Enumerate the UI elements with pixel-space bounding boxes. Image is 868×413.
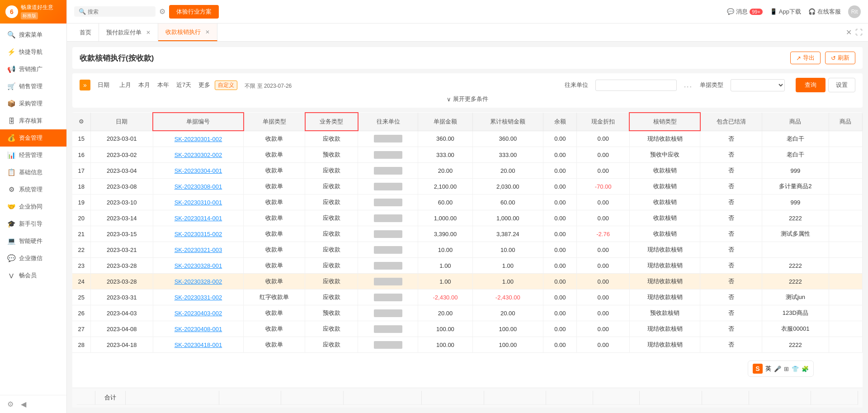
search-icon: 🔍 <box>7 31 15 39</box>
table-row: 21 2023-03-15 SK-20230315-002 收款单 应收款 ██… <box>72 226 863 242</box>
topbar-gear-icon[interactable]: ⚙ <box>159 7 165 16</box>
sidebar-item-finance[interactable]: 💰资金管理 <box>0 129 66 147</box>
col-counterpart-val: ██████ <box>358 179 418 195</box>
col-voucher-no-val[interactable]: SK-20230304-001 <box>153 163 243 179</box>
sidebar-item-wechat[interactable]: 💬企业微信 <box>0 250 66 267</box>
col-voucher-no-val[interactable]: SK-20230328-002 <box>153 274 243 290</box>
date-7days[interactable]: 近7天 <box>174 80 194 90</box>
counterpart-input[interactable] <box>595 80 677 91</box>
col-no: 22 <box>72 242 90 258</box>
online-service-item[interactable]: 🎧 在线客服 <box>808 8 841 16</box>
operations-icon: 📊 <box>7 151 15 159</box>
mic-icon[interactable]: 🎤 <box>774 366 781 372</box>
sidebar-item-purchase[interactable]: 📦采购管理 <box>0 95 66 112</box>
sidebar-item-member[interactable]: V畅会员 <box>0 267 66 284</box>
topbar-search-box[interactable]: 🔍 <box>74 6 156 17</box>
voucher-type-select[interactable] <box>731 79 785 91</box>
col-cancel-type-val: 收款核销 <box>629 195 700 210</box>
wechat-icon: 💬 <box>7 254 15 262</box>
col-goods2-val <box>829 290 862 305</box>
col-voucher-no-val[interactable]: SK-20230321-003 <box>153 242 243 258</box>
col-biz-type-val: 应收款 <box>305 274 358 290</box>
tab-prepay[interactable]: 预付款应付单 ✕ <box>99 24 158 41</box>
col-voucher-no-val[interactable]: SK-20230314-001 <box>153 210 243 226</box>
sidebar-item-operations[interactable]: 📊经营管理 <box>0 147 66 164</box>
col-voucher-no-val[interactable]: SK-20230301-002 <box>153 131 243 147</box>
counterpart-dots[interactable]: ... <box>684 81 693 89</box>
tab-prepay-close-icon[interactable]: ✕ <box>146 29 151 36</box>
puzzle-icon[interactable]: 🧩 <box>802 366 809 372</box>
col-voucher-no-val[interactable]: SK-20230310-001 <box>153 195 243 210</box>
col-settings[interactable]: ⚙ <box>72 113 90 131</box>
collapse-icon[interactable]: ◀ <box>21 400 26 408</box>
col-counterpart: 往来单位 <box>358 113 418 131</box>
system-icon: ⚙ <box>7 185 15 194</box>
col-voucher-no-val[interactable]: SK-20230331-002 <box>153 290 243 305</box>
date-this-month[interactable]: 本月 <box>136 80 153 90</box>
sidebar-item-marketing[interactable]: 📢营销推广 <box>0 61 66 78</box>
col-voucher-no-val[interactable]: SK-20230418-001 <box>153 337 243 353</box>
export-button[interactable]: ↗ 导出 <box>790 52 821 64</box>
col-voucher-no-val[interactable]: SK-20230315-002 <box>153 226 243 242</box>
shirt-icon[interactable]: 👕 <box>792 366 799 372</box>
messages-item[interactable]: 💬 消息 99+ <box>727 8 763 16</box>
col-voucher-no-val[interactable]: SK-20230328-001 <box>153 258 243 274</box>
col-goods1-val: 999 <box>762 163 829 179</box>
col-no: 24 <box>72 274 90 290</box>
col-goods2: 商品 <box>829 113 862 131</box>
sidebar-item-quick[interactable]: ⚡快捷导航 <box>0 43 66 61</box>
chevron-down-icon: ∨ <box>447 96 451 103</box>
filter-expand-button[interactable]: » <box>80 80 90 90</box>
date-custom-badge[interactable]: 自定义 <box>215 81 237 90</box>
query-button[interactable]: 查询 <box>796 78 826 92</box>
sidebar-item-system[interactable]: ⚙系统管理 <box>0 181 66 198</box>
table-header-row: ⚙ 日期 单据编号 单据类型 业务类型 往来单位 单据金额 累计核销金额 余额 … <box>72 113 863 131</box>
col-biz-type-val: 应收款 <box>305 290 358 305</box>
sidebar-item-inventory[interactable]: 🗄库存核算 <box>0 112 66 129</box>
col-biz-type-val: 应收款 <box>305 242 358 258</box>
tab-collection[interactable]: 收款核销执行 ✕ <box>158 24 217 41</box>
col-voucher-no-val[interactable]: SK-20230308-001 <box>153 179 243 195</box>
topbar-search-input[interactable] <box>88 9 146 15</box>
tab-home[interactable]: 首页 <box>72 24 99 41</box>
col-date-val: 2023-03-02 <box>90 147 153 163</box>
settings-button[interactable]: 设置 <box>828 78 855 92</box>
brand-name: 畅康道好生意 <box>21 4 53 11</box>
user-avatar[interactable]: Rit <box>848 5 861 18</box>
col-goods2-val <box>829 163 862 179</box>
col-balance-val: 0.00 <box>543 337 577 353</box>
app-download-item[interactable]: 📱 App下载 <box>770 8 801 16</box>
table-wrapper[interactable]: ⚙ 日期 单据编号 单据类型 业务类型 往来单位 单据金额 累计核销金额 余额 … <box>72 112 863 388</box>
expand-more-button[interactable]: ∨ 展开更多条件 <box>447 95 488 103</box>
tab-close-all-icon[interactable]: ✕ <box>846 28 852 37</box>
tab-expand-icon[interactable]: ⛶ <box>855 28 863 37</box>
col-no: 16 <box>72 147 90 163</box>
col-amount-val: 360.00 <box>418 131 472 147</box>
settings-footer-icon[interactable]: ⚙ <box>7 400 14 408</box>
col-voucher-no-val[interactable]: SK-20230403-002 <box>153 305 243 321</box>
refresh-button[interactable]: ↺ 刷新 <box>825 52 855 64</box>
col-voucher-no-val[interactable]: SK-20230302-002 <box>153 147 243 163</box>
sidebar-item-enterprise[interactable]: 🤝企业协同 <box>0 198 66 215</box>
col-biz-type-val: 应收款 <box>305 321 358 337</box>
date-last-month[interactable]: 上月 <box>117 80 134 90</box>
sidebar-item-search[interactable]: 🔍搜索菜单 <box>0 26 66 43</box>
col-counterpart-val: ██████ <box>358 274 418 290</box>
col-voucher-no-val[interactable]: SK-20230408-001 <box>153 321 243 337</box>
sidebar-item-sales[interactable]: 🛒销售管理 <box>0 78 66 95</box>
col-cumulative-val: -2,430.00 <box>472 290 543 305</box>
solution-button[interactable]: 体验行业方案 <box>169 5 219 19</box>
tab-collection-close-icon[interactable]: ✕ <box>205 29 210 35</box>
grid-icon[interactable]: ⊞ <box>784 366 789 372</box>
col-voucher-type: 单据类型 <box>244 113 305 131</box>
col-include-settled-val: 否 <box>700 290 762 305</box>
sidebar-item-basics[interactable]: 📋基础信息 <box>0 164 66 181</box>
date-this-year[interactable]: 本年 <box>155 80 172 90</box>
date-more[interactable]: 更多 <box>196 80 213 90</box>
col-no: 17 <box>72 163 90 179</box>
sidebar-item-hardware[interactable]: 💻智能硬件 <box>0 233 66 250</box>
content-area: 收款核销执行(按收款) ↗ 导出 ↺ 刷新 » 日期 上月 本月 <box>67 42 868 413</box>
sidebar-item-guide[interactable]: 🎓新手引导 <box>0 215 66 233</box>
col-voucher-type-val: 收款单 <box>244 226 305 242</box>
page-title: 收款核销执行(按收款) <box>80 53 154 63</box>
